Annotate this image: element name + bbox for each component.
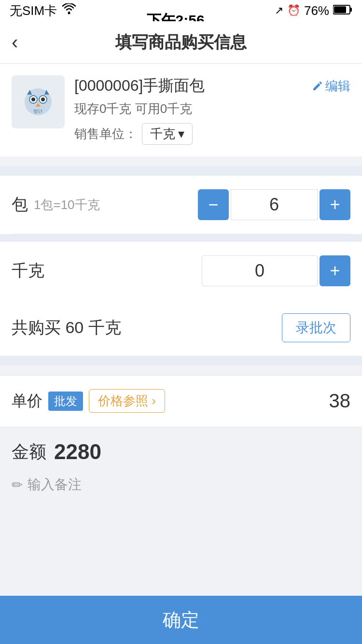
- edit-label: 编辑: [325, 78, 350, 95]
- edit-icon: [312, 80, 323, 92]
- amount-section: 金额 2280 ✏ 输入备注: [0, 426, 362, 494]
- svg-rect-3: [334, 6, 346, 13]
- kg-input-row: 千克 +: [12, 242, 350, 300]
- battery-icon: [333, 3, 352, 18]
- pencil-icon: ✏: [12, 477, 23, 493]
- total-quantity-text: 共购买 60 千克: [12, 317, 121, 339]
- confirm-button-label: 确定: [163, 608, 199, 632]
- price-row: 单价 批发 价格参照 › 38: [12, 389, 350, 413]
- svg-point-8: [41, 98, 45, 101]
- package-increment-button[interactable]: +: [320, 189, 350, 220]
- svg-point-0: [68, 12, 70, 14]
- price-left-group: 单价 批发 价格参照 ›: [12, 389, 165, 413]
- kg-quantity-input[interactable]: [202, 255, 318, 286]
- minus-icon: −: [208, 195, 218, 215]
- quantity-section: 包 1包=10千克 − + 千克 +: [0, 176, 362, 300]
- stock-label: 现存0千克: [74, 101, 131, 116]
- price-value: 38: [329, 390, 351, 412]
- kg-increment-button[interactable]: +: [320, 255, 350, 286]
- note-placeholder: 输入备注: [28, 476, 82, 494]
- amount-label: 金额: [12, 440, 46, 464]
- unit-select[interactable]: 千克 ▾: [142, 123, 193, 145]
- back-button[interactable]: ‹: [12, 31, 18, 53]
- status-right: ↗ ⏰ 76%: [275, 3, 352, 18]
- amount-row: 金额 2280: [12, 440, 350, 472]
- carrier-label: 无SIM卡: [10, 2, 57, 19]
- svg-text:智计: 智计: [33, 109, 43, 114]
- product-thumbnail-icon: 智计: [21, 85, 55, 119]
- price-ref-button[interactable]: 价格参照 ›: [89, 389, 165, 413]
- product-card: 智计 [0000006]手撕面包 编辑 现存0千克 可用0千克 销售单位：: [0, 64, 362, 156]
- summary-row: 共购买 60 千克 录批次: [0, 300, 362, 356]
- svg-point-7: [31, 98, 35, 101]
- battery-label: 76%: [304, 3, 329, 18]
- package-label-group: 包 1包=10千克: [12, 194, 100, 216]
- price-label: 单价: [12, 391, 42, 412]
- unit-arrow-icon: ▾: [178, 126, 184, 141]
- status-bar: 无SIM卡 下午2:56 ↗ ⏰ 76%: [0, 0, 362, 21]
- package-label: 包: [12, 194, 28, 216]
- page-title: 填写商品购买信息: [115, 31, 247, 54]
- confirm-button[interactable]: 确定: [0, 596, 362, 644]
- content-area: 智计 [0000006]手撕面包 编辑 现存0千克 可用0千克 销售单位：: [0, 64, 362, 644]
- inner-divider: [0, 234, 362, 242]
- status-left: 无SIM卡: [10, 2, 76, 19]
- product-stock: 现存0千克 可用0千克: [74, 100, 350, 117]
- plus-icon: +: [330, 195, 340, 215]
- kg-label-group: 千克: [12, 260, 44, 282]
- price-ref-label: 价格参照 ›: [98, 392, 156, 409]
- product-info: [0000006]手撕面包 编辑 现存0千克 可用0千克 销售单位： 千克 ▾: [74, 75, 350, 145]
- section-divider-1: [0, 166, 362, 176]
- batch-record-button[interactable]: 录批次: [282, 313, 350, 342]
- kg-label: 千克: [12, 260, 44, 282]
- section-divider-2: [0, 356, 362, 365]
- kg-quantity-control: +: [202, 255, 350, 286]
- price-type-badge: 批发: [48, 392, 83, 411]
- price-section: 单价 批发 价格参照 › 38: [0, 375, 362, 426]
- note-row[interactable]: ✏ 输入备注: [12, 472, 350, 494]
- available-label: 可用0千克: [135, 101, 192, 116]
- svg-rect-2: [350, 8, 352, 12]
- alarm-icon: ⏰: [287, 4, 300, 17]
- package-quantity-input[interactable]: [231, 189, 318, 220]
- product-name: [0000006]手撕面包: [74, 75, 205, 97]
- amount-value: 2280: [54, 440, 101, 464]
- nav-bar: ‹ 填写商品购买信息: [0, 21, 362, 64]
- kg-plus-icon: +: [330, 261, 340, 281]
- unit-value: 千克: [150, 126, 175, 142]
- edit-button[interactable]: 编辑: [312, 78, 350, 95]
- product-image: 智计: [12, 75, 65, 128]
- package-input-row: 包 1包=10千克 − +: [12, 176, 350, 234]
- unit-prefix-label: 销售单位：: [74, 126, 137, 142]
- package-decrement-button[interactable]: −: [198, 189, 229, 220]
- package-sublabel: 1包=10千克: [34, 196, 100, 213]
- product-unit-row: 销售单位： 千克 ▾: [74, 123, 350, 145]
- package-quantity-control: − +: [198, 189, 350, 220]
- wifi-icon: [62, 3, 76, 18]
- product-name-row: [0000006]手撕面包 编辑: [74, 75, 350, 97]
- location-icon: ↗: [275, 4, 283, 17]
